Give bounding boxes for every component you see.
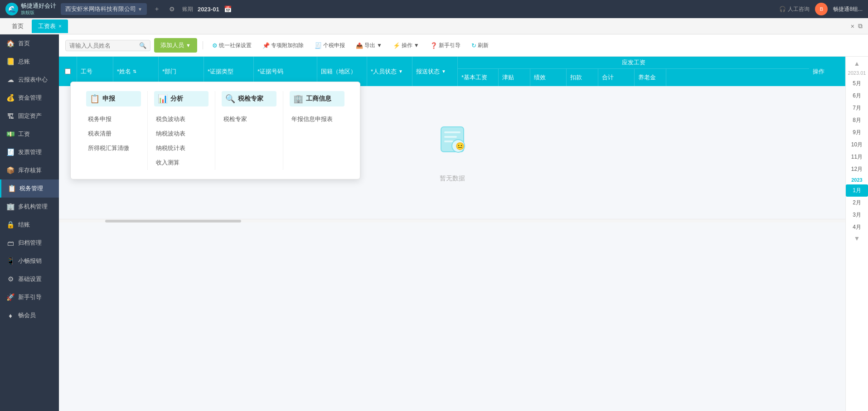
date-panel-month-2[interactable]: 2月 bbox=[846, 197, 868, 209]
sidebar-item-tax[interactable]: 📋 税务管理 bbox=[0, 179, 59, 198]
popup-item-tax-inspector[interactable]: 税检专家 bbox=[222, 112, 276, 126]
popup-item-tax-clearance[interactable]: 税表清册 bbox=[86, 126, 141, 141]
horizontal-scrollbar[interactable] bbox=[59, 219, 845, 222]
name-sort-icon[interactable]: ⇅ bbox=[133, 69, 136, 74]
global-close-icon[interactable]: × bbox=[851, 23, 854, 30]
settings-icon[interactable]: ⚙ bbox=[167, 4, 178, 15]
sidebar-item-invoice[interactable]: 🧾 发票管理 bbox=[0, 143, 59, 161]
operations-btn[interactable]: ⚡ 操作 ▼ bbox=[389, 39, 423, 52]
fixed-assets-icon: 🏗 bbox=[6, 112, 15, 120]
select-all-checkbox[interactable] bbox=[65, 68, 71, 74]
popup-item-tax-declaration[interactable]: 税务申报 bbox=[86, 112, 141, 126]
sidebar-item-home[interactable]: 🏠 首页 bbox=[0, 34, 59, 53]
date-panel-month-5[interactable]: 5月 bbox=[846, 77, 868, 90]
sidebar-item-inventory[interactable]: 📦 库存核算 bbox=[0, 161, 59, 179]
company-selector[interactable]: 西安虾米网络科技有限公司 ▼ bbox=[61, 3, 147, 15]
service-label: 人工咨询 bbox=[788, 5, 810, 13]
date-panel-month-6[interactable]: 6月 bbox=[846, 90, 868, 102]
cloud-icon: ☁ bbox=[6, 76, 15, 84]
date-panel-month-4[interactable]: 4月 bbox=[846, 221, 868, 233]
date-panel-month-11[interactable]: 11月 bbox=[846, 151, 868, 163]
sidebar-item-basic-settings[interactable]: ⚙ 基础设置 bbox=[0, 270, 59, 288]
date-panel-month-9[interactable]: 9月 bbox=[846, 126, 868, 139]
popup-col-tax-expert-title: 🔍 税检专家 bbox=[222, 91, 276, 106]
th-operations-label: 操作 bbox=[813, 68, 824, 76]
th-report-status-label: 报送状态 bbox=[416, 68, 440, 76]
calendar-icon[interactable]: 📅 bbox=[224, 5, 232, 13]
th-total: 合计 bbox=[598, 69, 635, 86]
tab-home[interactable]: 首页 bbox=[5, 19, 30, 33]
sidebar-label-new-guide: 新手引导 bbox=[18, 293, 42, 301]
tax-icon: 📋 bbox=[8, 184, 16, 193]
th-operations: 操作 bbox=[809, 57, 845, 86]
customer-service-btn[interactable]: 🎧 人工咨询 bbox=[779, 5, 810, 13]
tab-salary[interactable]: 工资表 × bbox=[32, 19, 68, 33]
th-report-status: 报送状态 ▼ bbox=[412, 57, 458, 86]
svg-text:😐: 😐 bbox=[456, 142, 465, 150]
mini-sales-icon: 📱 bbox=[6, 257, 15, 265]
popup-item-tax-burden-trend[interactable]: 税负波动表 bbox=[154, 112, 209, 126]
sidebar-item-multi-org[interactable]: 🏢 多机构管理 bbox=[0, 198, 59, 216]
date-nav-down[interactable]: ▼ bbox=[853, 233, 862, 243]
new-guide-toolbar-btn[interactable]: ❓ 新手引导 bbox=[427, 39, 464, 52]
th-performance: 绩效 bbox=[530, 69, 567, 86]
declaration-title-label: 申报 bbox=[102, 95, 115, 103]
date-panel-month-1[interactable]: 1月 bbox=[846, 184, 868, 197]
vip-icon: ♦ bbox=[6, 312, 15, 319]
sidebar-item-archive[interactable]: 🗃 归档管理 bbox=[0, 234, 59, 252]
export-icon: 📤 bbox=[356, 42, 363, 49]
sidebar-label-fixed-assets: 固定资产 bbox=[18, 112, 42, 120]
date-panel-month-8[interactable]: 8月 bbox=[846, 114, 868, 126]
sidebar-item-new-guide[interactable]: 🚀 新手引导 bbox=[0, 288, 59, 306]
personal-tax-btn[interactable]: 🧾 个税申报 bbox=[311, 39, 349, 52]
add-company-icon[interactable]: ＋ bbox=[151, 4, 162, 15]
global-restore-icon[interactable]: ⧉ bbox=[858, 22, 863, 30]
special-deduction-btn[interactable]: 📌 专项附加扣除 bbox=[259, 39, 307, 52]
add-employee-button[interactable]: 添加人员 ▼ bbox=[154, 38, 197, 53]
person-status-filter-icon[interactable]: ▼ bbox=[398, 69, 403, 74]
sidebar-item-mini-sales[interactable]: 📱 小畅报销 bbox=[0, 252, 59, 270]
th-basic-salary: *基本工资 bbox=[458, 69, 499, 86]
popup-col-declaration: 📋 申报 税务申报 税表清册 所得税汇算清缴 bbox=[80, 91, 148, 170]
th-pension: 养老金 bbox=[635, 69, 666, 86]
date-panel-year-header: 2023.01 bbox=[847, 68, 867, 77]
search-input[interactable] bbox=[69, 42, 137, 49]
payroll-group-header: 应发工资 bbox=[458, 57, 809, 69]
report-status-filter-icon[interactable]: ▼ bbox=[441, 69, 446, 74]
sidebar-item-fixed-assets[interactable]: 🏗 固定资产 bbox=[0, 107, 59, 125]
sidebar-item-salary[interactable]: 💵 工资 bbox=[0, 125, 59, 143]
operations-icon: ⚡ bbox=[393, 42, 400, 49]
user-name[interactable]: 畅捷通8组... bbox=[833, 5, 863, 13]
scrollbar-thumb[interactable] bbox=[105, 220, 241, 222]
date-panel-month-7[interactable]: 7月 bbox=[846, 102, 868, 114]
th-name-label: *姓名 bbox=[117, 68, 131, 76]
export-btn[interactable]: 📤 导出 ▼ bbox=[352, 39, 386, 52]
popup-item-income-calc[interactable]: 收入测算 bbox=[154, 155, 209, 170]
date-panel-month-3[interactable]: 3月 bbox=[846, 209, 868, 221]
popup-item-tax-stats[interactable]: 纳税统计表 bbox=[154, 141, 209, 155]
date-nav-up[interactable]: ▲ bbox=[853, 58, 862, 68]
popup-item-tax-payment-trend[interactable]: 纳税波动表 bbox=[154, 126, 209, 141]
payroll-cols: *基本工资 津贴 绩效 扣款 合 bbox=[458, 69, 809, 86]
date-panel-month-12[interactable]: 12月 bbox=[846, 163, 868, 175]
sidebar-label-archive: 归档管理 bbox=[18, 239, 42, 247]
th-pension-label: 养老金 bbox=[638, 73, 656, 82]
sidebar-item-close-period[interactable]: 🔒 结账 bbox=[0, 216, 59, 234]
logo-icon: 🌊 bbox=[5, 3, 18, 15]
sidebar-item-fund[interactable]: 💰 资金管理 bbox=[0, 89, 59, 107]
basic-settings-icon: ⚙ bbox=[6, 275, 15, 283]
special-deduction-icon: 📌 bbox=[262, 42, 270, 49]
popup-item-annual-report[interactable]: 年报信息申报表 bbox=[290, 112, 345, 126]
sidebar-item-ledger[interactable]: 📒 总账 bbox=[0, 53, 59, 71]
close-period-icon: 🔒 bbox=[6, 221, 15, 229]
operations-label: 操作 bbox=[402, 42, 412, 49]
popup-item-income-tax-summary[interactable]: 所得税汇算清缴 bbox=[86, 141, 141, 155]
date-panel-month-10[interactable]: 10月 bbox=[846, 139, 868, 151]
refresh-btn[interactable]: ↻ 刷新 bbox=[468, 39, 492, 52]
tab-close-icon[interactable]: × bbox=[58, 23, 62, 29]
sidebar-label-salary: 工资 bbox=[18, 130, 30, 138]
sidebar-item-cloud-report[interactable]: ☁ 云报表中心 bbox=[0, 71, 59, 89]
social-insurance-btn[interactable]: ⚙ 统一社保设置 bbox=[209, 39, 255, 52]
sidebar-item-vip[interactable]: ♦ 畅会员 bbox=[0, 306, 59, 324]
th-deductions: 扣款 bbox=[567, 69, 598, 86]
